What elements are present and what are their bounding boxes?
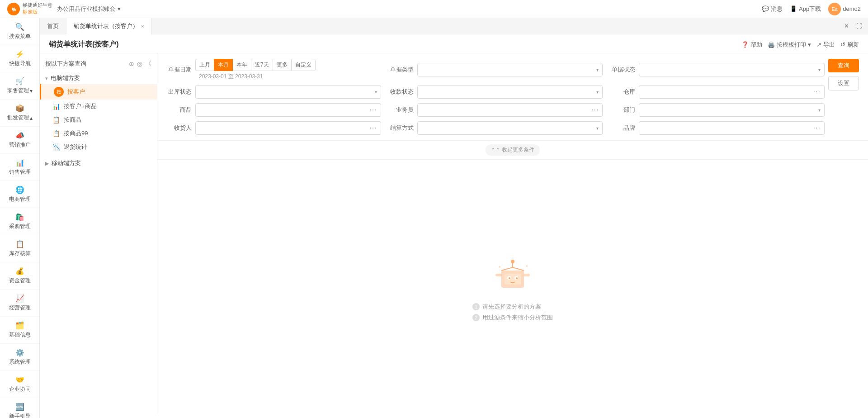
tab-sales-stats[interactable]: 销货单统计表（按客户） × (66, 18, 151, 34)
filter-warehouse-field: 仓库 ··· (610, 85, 825, 99)
filter-receiver-field: 收货人 ··· (166, 121, 381, 135)
refresh-icon: ↺ (840, 41, 845, 48)
sidebar-item-wholesale[interactable]: 📦 批发管理 ▴ (0, 100, 39, 127)
user-menu[interactable]: Ea demo2 (828, 3, 861, 15)
date-btn-last7days[interactable]: 近7天 (251, 59, 273, 71)
date-btn-thismonth[interactable]: 本月 (214, 59, 233, 71)
print-button[interactable]: 🖨️ 按模板打印 ▾ (768, 41, 811, 49)
add-scheme-button[interactable]: ⊕ (129, 60, 134, 67)
sidebar-item-collab[interactable]: 🤝 企业协同 (0, 371, 39, 398)
hint-number-1: 1 (472, 303, 480, 310)
brand-input[interactable]: ··· (639, 121, 825, 135)
doctype-input[interactable]: ▾ (417, 63, 603, 76)
page-actions: ❓ 帮助 🖨️ 按模板打印 ▾ ↗ 导出 ↺ (741, 41, 859, 49)
chevron-icon: ▾ (30, 88, 33, 94)
scheme-group-pc-label: 电脑端方案 (51, 74, 80, 82)
logo-sub-text: 标准版 (23, 9, 52, 15)
wholesale-icon: 📦 (15, 104, 24, 113)
scheme-item-customer-product[interactable]: 📊 按客户+商品 (40, 100, 157, 113)
doctype-label: 单据类型 (388, 66, 414, 74)
svg-rect-9 (524, 274, 530, 276)
customer-product-icon: 📊 (52, 103, 60, 110)
sidebar-item-retail[interactable]: 🛒 零售管理 ▾ (0, 72, 39, 100)
settlemethod-input[interactable]: ▾ (417, 121, 603, 135)
filter-row-4: 收货人 ··· 结算方式 (166, 121, 825, 135)
scheme-group-pc-header[interactable]: ▾ 电脑端方案 (40, 72, 157, 84)
retail-icon: 🛒 (15, 77, 24, 86)
scheme-item-return[interactable]: 📉 退货统计 (40, 140, 157, 154)
warehouse-input[interactable]: ··· (639, 85, 825, 99)
sidebar-item-marketing[interactable]: 📣 营销推广 (0, 127, 39, 154)
refresh-button[interactable]: ↺ 刷新 (840, 41, 859, 49)
docstatus-input[interactable]: ▾ (639, 63, 825, 76)
outstatus-input[interactable]: ▾ (195, 85, 381, 99)
settlemethod-label: 结算方式 (388, 124, 414, 132)
sidebar-item-newuser[interactable]: 🆕 新手引导 (0, 398, 39, 418)
receiver-dots-icon: ··· (369, 124, 377, 132)
svg-point-11 (511, 260, 514, 263)
sidebar-item-search[interactable]: 🔍 搜索菜单 (0, 18, 39, 45)
filter-salesperson-field: 业务员 ··· (388, 103, 603, 117)
collectstatus-input[interactable]: ▾ (417, 85, 603, 99)
product-input[interactable]: ··· (195, 103, 381, 117)
app-download-button[interactable]: 📱 App下载 (790, 5, 821, 13)
sidebar-item-purchase[interactable]: 🛍️ 采购管理 (0, 208, 39, 235)
scheme-item-product[interactable]: 📋 按商品 (40, 113, 157, 127)
sidebar-item-operations[interactable]: 📈 经营管理 (0, 290, 39, 317)
scheme-item-product99[interactable]: 📋 按商品99 (40, 127, 157, 140)
refresh-label: 刷新 (847, 41, 859, 49)
collapse-button[interactable]: ⌃⌃ 收起更多条件 (486, 144, 540, 156)
date-btn-thisyear[interactable]: 本年 (232, 59, 251, 71)
chevron-icon: ▴ (30, 115, 33, 121)
chevron-right-icon: ▶ (45, 161, 49, 166)
tab-close-icon[interactable]: × (141, 24, 144, 29)
message-button[interactable]: 💬 消息 (762, 5, 783, 13)
sidebar-item-sales[interactable]: 📊 销售管理 (0, 154, 39, 181)
finance-icon: 💰 (15, 267, 24, 276)
date-btn-more[interactable]: 更多 (273, 59, 292, 71)
settings-button[interactable]: 设置 (828, 76, 859, 90)
scheme-item-label: 按客户 (67, 88, 85, 96)
svg-text:畅: 畅 (12, 7, 16, 12)
sidebar-item-ecommerce[interactable]: 🌐 电商管理 (0, 181, 39, 208)
date-btn-lastmonth[interactable]: 上月 (195, 59, 214, 71)
scheme-panel-actions: ⊕ ◎ 《 (129, 60, 151, 68)
tab-home-label: 首页 (47, 22, 59, 30)
department-input[interactable]: ▾ (639, 103, 825, 117)
industry-selector[interactable]: 办公用品行业模拟账套 ▾ (57, 5, 121, 13)
sidebar-item-label: 营销推广 (9, 141, 31, 149)
sidebar-item-basic[interactable]: 🗂️ 基础信息 (0, 317, 39, 344)
tab-close-window-button[interactable]: ✕ (841, 21, 852, 32)
sidebar-item-label: 资金管理 (9, 277, 31, 285)
sidebar-item-inventory[interactable]: 📋 库存核算 (0, 235, 39, 262)
export-button[interactable]: ↗ 导出 (816, 41, 835, 49)
scheme-panel-header: 按以下方案查询 ⊕ ◎ 《 (40, 57, 157, 71)
empty-hint-2: 2 用过滤条件来缩小分析范围 (472, 314, 553, 322)
query-button[interactable]: 查询 (828, 59, 859, 72)
tab-maximize-button[interactable]: ⛶ (854, 21, 864, 32)
salesperson-input[interactable]: ··· (417, 103, 603, 117)
filter-row-2: 出库状态 ▾ 收款状态 (166, 85, 825, 99)
sidebar-item-system[interactable]: ⚙️ 系统管理 (0, 344, 39, 371)
filter-settlemethod-field: 结算方式 ▾ (388, 121, 603, 135)
basic-icon: 🗂️ (15, 321, 24, 330)
filter-content-panel: 单据日期 上月 本月 本年 近7天 更多 (157, 53, 868, 414)
sidebar-item-label: 电商管理 (9, 195, 31, 203)
collapse-scheme-button[interactable]: 《 (145, 60, 151, 68)
tab-home[interactable]: 首页 (40, 18, 66, 34)
scheme-item-customer[interactable]: 按 按客户 (40, 84, 157, 100)
main-layout: 🔍 搜索菜单 ⚡ 快捷导航 🛒 零售管理 ▾ 📦 批发管理 ▴ (0, 18, 868, 418)
filter-collectstatus-field: 收款状态 ▾ (388, 85, 603, 99)
receiver-input[interactable]: ··· (195, 121, 381, 135)
settings-scheme-button[interactable]: ◎ (137, 60, 142, 67)
filter-fields-area: 单据日期 上月 本月 本年 近7天 更多 (166, 59, 825, 135)
date-btn-custom[interactable]: 自定义 (291, 59, 316, 71)
sidebar-item-quicknav[interactable]: ⚡ 快捷导航 (0, 45, 39, 72)
content-area: 首页 销货单统计表（按客户） × ✕ ⛶ 销货单统计表(按客户) (40, 18, 868, 418)
scheme-group-mobile-header[interactable]: ▶ 移动端方案 (40, 157, 157, 169)
filter-rows-container: 单据日期 上月 本月 本年 近7天 更多 (166, 59, 859, 135)
help-button[interactable]: ❓ 帮助 (741, 41, 762, 49)
logo-main-text: 畅捷通好生意 (23, 2, 52, 8)
sidebar-item-finance[interactable]: 💰 资金管理 (0, 262, 39, 290)
collapse-bar: ⌃⌃ 收起更多条件 (157, 141, 868, 160)
